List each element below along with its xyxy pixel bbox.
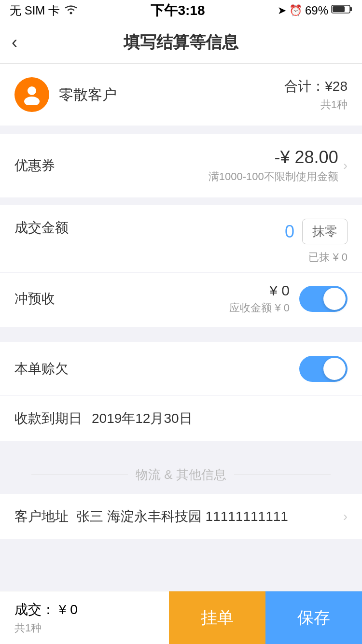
svg-rect-2 (350, 7, 352, 11)
coupon-section[interactable]: 优惠券 -¥ 28.00 满1000-100不限制使用金额 › (0, 133, 362, 197)
bottom-transaction: 成交： ¥ 0 (14, 601, 154, 619)
round-button[interactable]: 抹零 (302, 219, 348, 244)
divider-1 (0, 197, 362, 205)
bottom-bar: 成交： ¥ 0 共1种 挂单 保存 (0, 591, 362, 644)
coupon-value: -¥ 28.00 满1000-100不限制使用金额 (209, 147, 338, 184)
customer-name: 零散客户 (59, 85, 117, 105)
duedate-value: 2019年12月30日 (92, 409, 193, 428)
customer-section: 零散客户 合计：¥28 共1种 (0, 64, 362, 126)
transaction-value[interactable]: 0 (285, 222, 294, 242)
location-icon: ➤ (278, 4, 286, 17)
transaction-row: 成交金额 0 抹零 (0, 205, 362, 250)
already-deducted: 已抹 ¥ 0 (0, 250, 362, 272)
coupon-amount: -¥ 28.00 (209, 147, 338, 168)
back-button[interactable]: ‹ (12, 32, 17, 53)
total-count: 共1种 (284, 98, 348, 112)
alarm-icon: ⏰ (289, 4, 302, 17)
status-left: 无 SIM 卡 (10, 3, 78, 18)
coupon-label: 优惠券 (14, 156, 55, 175)
svg-point-0 (70, 12, 72, 14)
prereceive-label: 冲预收 (14, 290, 55, 308)
prereceive-main: ¥ 0 (229, 282, 290, 299)
logistics-line: 物流 & 其他信息 (0, 466, 362, 483)
divider-3 (0, 449, 362, 457)
nav-bar: ‹ 填写结算等信息 (0, 21, 362, 64)
page-title: 填写结算等信息 (124, 31, 238, 54)
status-right: ➤ ⏰ 69% (278, 4, 352, 17)
coupon-desc: 满1000-100不限制使用金额 (209, 169, 338, 184)
address-row[interactable]: 客户地址 张三 海淀永丰科技园 11111111111 › (0, 494, 362, 539)
customer-left: 零散客户 (14, 77, 117, 112)
address-value: 张三 海淀永丰科技园 11111111111 (76, 507, 335, 526)
hold-button[interactable]: 挂单 (169, 591, 265, 644)
svg-point-5 (24, 97, 40, 105)
status-bar: 无 SIM 卡 下午3:18 ➤ ⏰ 69% (0, 0, 362, 21)
chevron-icon: › (343, 158, 348, 173)
total-amount: 合计：¥28 (284, 77, 348, 96)
prereceive-right: ¥ 0 应收金额 ¥ 0 (229, 282, 348, 315)
prereceive-sub: 应收金额 ¥ 0 (229, 301, 290, 315)
avatar (14, 77, 49, 112)
duedate-row[interactable]: 收款到期日 2019年12月30日 (0, 395, 362, 441)
carrier-label: 无 SIM 卡 (10, 3, 60, 18)
logistics-label: 物流 & 其他信息 (136, 466, 226, 483)
wifi-icon (64, 4, 78, 17)
bottom-count: 共1种 (14, 621, 154, 635)
transaction-label: 成交金额 (14, 219, 69, 237)
address-chevron-icon: › (343, 509, 348, 524)
customer-summary: 合计：¥28 共1种 (284, 77, 348, 112)
save-button[interactable]: 保存 (265, 591, 362, 644)
battery-label: 69% (305, 4, 328, 17)
battery-icon (331, 4, 352, 17)
debt-section: 本单赊欠 收款到期日 2019年12月30日 (0, 342, 362, 441)
bottom-transaction-label: 成交： (14, 602, 55, 617)
debt-toggle[interactable] (299, 356, 348, 382)
transaction-right: 0 抹零 (285, 219, 348, 244)
prereceive-toggle[interactable] (299, 286, 348, 312)
coupon-row[interactable]: 优惠券 -¥ 28.00 满1000-100不限制使用金额 › (0, 133, 362, 197)
time-label: 下午3:18 (151, 1, 205, 20)
bottom-info: 成交： ¥ 0 共1种 (0, 591, 169, 644)
divider-2 (0, 335, 362, 342)
address-label: 客户地址 (14, 507, 69, 526)
transaction-section: 成交金额 0 抹零 已抹 ¥ 0 冲预收 ¥ 0 应收金额 ¥ 0 (0, 205, 362, 327)
coupon-right: -¥ 28.00 满1000-100不限制使用金额 › (209, 147, 348, 184)
logistics-header: 物流 & 其他信息 (0, 457, 362, 493)
customer-row: 零散客户 合计：¥28 共1种 (0, 64, 362, 126)
prereceive-row: 冲预收 ¥ 0 应收金额 ¥ 0 (0, 272, 362, 327)
bottom-transaction-value: ¥ 0 (59, 602, 78, 617)
duedate-label: 收款到期日 (14, 409, 82, 428)
svg-point-4 (28, 86, 36, 95)
debt-label: 本单赊欠 (14, 360, 69, 378)
svg-rect-3 (333, 6, 345, 12)
debt-row: 本单赊欠 (0, 342, 362, 395)
prereceive-amounts: ¥ 0 应收金额 ¥ 0 (229, 282, 290, 315)
